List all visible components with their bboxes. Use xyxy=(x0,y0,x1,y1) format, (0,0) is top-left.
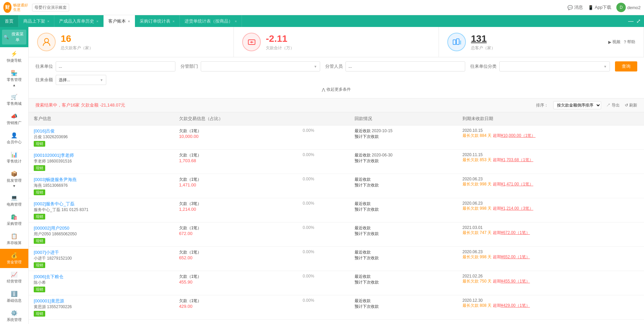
tab-production-history[interactable]: 产成品入库单历史 × xyxy=(54,15,103,27)
unit-category-arrow: ▼ xyxy=(604,65,607,68)
sidebar-item-finance[interactable]: 💰 资金管理 xyxy=(0,249,28,268)
sidebar-item-retail-stats[interactable]: 📊 零售统计 xyxy=(0,148,28,167)
tab-inventory-summary[interactable]: 进货单统计表（按商品） × xyxy=(180,15,242,27)
debt-count: 欠款（1笔） xyxy=(179,225,290,231)
overdue-link[interactable]: 超期¥1,214.00（3笔） xyxy=(493,206,533,211)
message-btn[interactable]: 💬 消息 xyxy=(567,4,583,10)
maximize-icon[interactable]: ⤢ xyxy=(636,18,641,24)
close-icon[interactable]: × xyxy=(235,19,237,23)
overdue-link[interactable]: 超期¥455.90（1笔） xyxy=(493,279,530,284)
customer-name-link[interactable]: [000001]黄思源 xyxy=(34,298,64,303)
help-link[interactable]: ? 帮助 xyxy=(624,39,635,45)
customer-name-link[interactable]: [0003]畅捷服务尹海燕 xyxy=(34,177,77,182)
user-avatar-btn[interactable]: D demo2 xyxy=(616,3,641,12)
collapse-filter-btn[interactable]: ⋀ 收起更多条件 xyxy=(35,85,637,94)
next-collection-label: 预计下次收款 xyxy=(355,158,452,164)
unit-category-input[interactable]: ▼ xyxy=(499,61,610,71)
filter-unit-category: 往来单位分类 ▼ xyxy=(470,61,610,71)
tab-purchase-summary[interactable]: 采购订单统计表 × xyxy=(135,15,179,27)
debt-amount: 672.00 xyxy=(179,231,290,236)
sort-select[interactable]: 按欠款金额倒序排序 xyxy=(553,101,601,109)
cell-customer-info-1: [0001020001]李老师 李老师 18600391516 现销 xyxy=(29,150,174,174)
quick-nav-icon: ⚡ xyxy=(11,51,18,57)
export-btn[interactable]: ↗ 导出 xyxy=(606,102,619,108)
sidebar-item-ecommerce[interactable]: 💻 电商管理 xyxy=(0,191,28,210)
sidebar-item-inventory[interactable]: 📋 库存核算 xyxy=(0,230,28,249)
sidebar-item-batch-mgmt[interactable]: 📦 批发管理 ▼ xyxy=(0,167,28,191)
cell-due-date-3: 2020.06.23 最长欠款 998 天 超期¥1,214.00（3笔） xyxy=(457,198,644,223)
top-right-area: 💬 消息 📱 App下载 D demo2 xyxy=(567,3,641,12)
overdue-link[interactable]: 超期¥1,703.68（1笔） xyxy=(493,157,533,162)
search-menu-btn[interactable]: 🔍 搜索菜单 xyxy=(2,30,26,45)
customer-name-link[interactable]: [0006]去下粮仓 xyxy=(34,274,63,279)
overdue-link[interactable]: 超期¥10,000.00（1笔） xyxy=(493,133,536,138)
due-date: 2020.10.15 xyxy=(463,128,639,133)
sidebar-item-retail-mall[interactable]: 🛒 零售商城 xyxy=(0,90,28,110)
close-icon[interactable]: × xyxy=(96,19,98,23)
due-date: 2020.11.15 xyxy=(463,152,639,157)
sidebar-item-member-center[interactable]: 👤 会员中心 xyxy=(0,129,28,148)
sidebar-item-basic-info[interactable]: ℹ️ 基础信息 xyxy=(0,287,28,306)
next-collection-label: 预计下次收款 xyxy=(355,255,452,261)
app-download-btn[interactable]: 📱 App下载 xyxy=(588,4,611,10)
info-icon: ℹ️ xyxy=(11,291,18,297)
cell-due-date-7: 2020.12.30 最长欠款 808 天 超期¥429.00（1笔） xyxy=(457,295,644,320)
customer-phone: 用户2050 18665062050 xyxy=(34,231,169,237)
overdue-link[interactable]: 超期¥429.00（1笔） xyxy=(493,303,530,308)
sidebar-item-marketing[interactable]: 📣 营销推广 xyxy=(0,110,28,129)
query-button[interactable]: 查询 xyxy=(615,61,637,71)
dept-arrow-icon: ▼ xyxy=(314,65,317,68)
total-customers-value: 131 xyxy=(471,33,495,44)
customer-phone: 海燕 18513066976 xyxy=(34,183,169,188)
overdue-link[interactable]: 超期¥652.00（1笔） xyxy=(493,255,530,259)
person-input[interactable]: ... xyxy=(345,61,465,71)
cell-customer-info-7: [000001]黄思源 黄思源 13552700226 现销 xyxy=(29,295,174,320)
cell-collection-1: 最近收款 2020-06-30 预计下次收款 xyxy=(349,150,457,174)
customer-name-link[interactable]: [000002]用户2050 xyxy=(34,226,69,231)
source-unit-input[interactable]: ... xyxy=(56,61,175,71)
col-debt-pct xyxy=(295,112,349,125)
customer-phone: 李老师 18600391516 xyxy=(34,158,169,164)
remaining-select[interactable]: 选择... ▼ xyxy=(56,75,106,85)
close-icon[interactable]: × xyxy=(47,19,49,23)
col-collection: 回款情况 xyxy=(349,112,457,125)
svg-rect-4 xyxy=(460,40,461,45)
debt-count: 欠款（1笔） xyxy=(179,177,290,182)
tab-product-shelf[interactable]: 商品上下架 × xyxy=(19,15,54,27)
customer-name-link[interactable]: [0001020001]李老师 xyxy=(34,153,74,158)
next-collection-label: 预计下次收款 xyxy=(355,279,452,285)
avatar: D xyxy=(616,3,626,12)
sidebar-item-retail-mgmt[interactable]: 🏪 零售管理 ▲ xyxy=(0,66,28,90)
phone-icon: 📱 xyxy=(588,5,593,10)
overdue-link[interactable]: 超期¥1,471.00（1笔） xyxy=(493,182,533,186)
overdue-link[interactable]: 超期¥672.00（1笔） xyxy=(493,230,530,235)
sidebar-item-system[interactable]: ⚙️ 系统管理 xyxy=(0,306,28,324)
last-collection-label: 最近收款 xyxy=(355,274,452,279)
debt-pct: 0.00% xyxy=(303,225,314,230)
system-name[interactable]: 母婴行业演示账套 xyxy=(32,4,69,11)
due-date: 2020.06.23 xyxy=(463,201,639,206)
tab-home[interactable]: 首页 xyxy=(0,15,19,27)
sidebar-item-quick-nav[interactable]: ⚡ 快捷导航 xyxy=(0,47,28,66)
refresh-btn[interactable]: ↺ 刷新 xyxy=(625,102,637,108)
retail-stats-icon: 📊 xyxy=(11,151,18,158)
next-collection-label: 预计下次收款 xyxy=(355,231,452,237)
result-actions: 排序： 按欠款金额倒序排序 ↗ 导出 ↺ 刷新 xyxy=(536,101,637,109)
cell-debt-count-4: 欠款（1笔） 672.00 xyxy=(174,223,295,247)
tab-customer-account[interactable]: 客户账本 × xyxy=(104,15,135,27)
max-days: 最长欠款 998 天 xyxy=(463,255,492,259)
sidebar-item-ops-mgmt[interactable]: 📈 经营管理 xyxy=(0,268,28,287)
close-icon[interactable]: × xyxy=(172,19,174,23)
video-link[interactable]: ▶ 视频 xyxy=(608,39,620,45)
close-icon[interactable]: × xyxy=(128,19,130,23)
debt-count: 欠款（1笔） xyxy=(179,152,290,158)
dept-input[interactable]: ▼ xyxy=(201,61,320,71)
customer-name-link[interactable]: [0002]服务中心_丁磊 xyxy=(34,201,75,206)
max-days-area: 最长欠款 998 天 超期¥652.00（1笔） xyxy=(463,254,639,260)
minimize-icon[interactable]: — xyxy=(628,18,634,24)
max-days-area: 最长欠款 853 天 超期¥1,703.68（1笔） xyxy=(463,157,639,163)
finance-icon: 💰 xyxy=(11,252,18,259)
customer-name-link[interactable]: [0016]吕俊 xyxy=(34,128,55,134)
sidebar-item-purchase[interactable]: 🛍️ 采购管理 xyxy=(0,210,28,230)
customer-name-link[interactable]: [0007]小进千 xyxy=(34,250,59,255)
